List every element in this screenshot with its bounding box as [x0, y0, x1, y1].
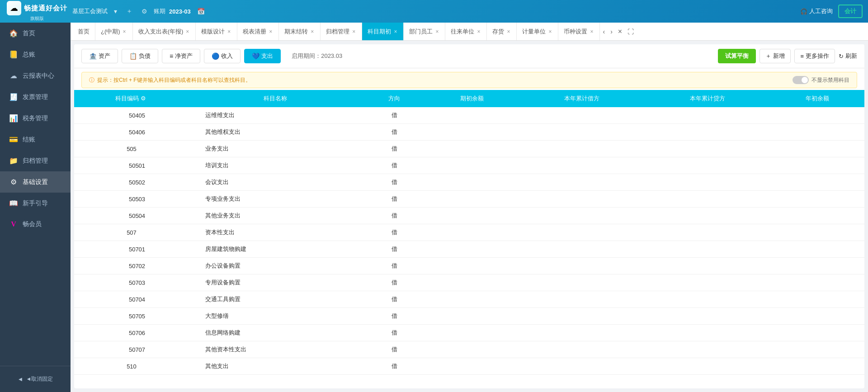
add-btn[interactable]: ＋ 新增: [760, 49, 791, 63]
cell-debit-ytd: [519, 107, 645, 124]
table-row[interactable]: 50704 交通工具购置 借: [74, 291, 864, 308]
sidebar-item-tax[interactable]: 📊 税务管理: [0, 108, 71, 129]
cell-debit-ytd: [519, 191, 645, 208]
filter-tab-asset[interactable]: 🏦 资产: [81, 49, 118, 63]
calc-balance-btn[interactable]: 试算平衡: [718, 49, 756, 63]
tab-nav-left-btn[interactable]: ‹: [600, 26, 608, 37]
cell-year-opening: [771, 124, 864, 141]
tab-close-subject-init[interactable]: ×: [393, 29, 398, 34]
filter-tab-income[interactable]: 🔵 收入: [204, 49, 241, 63]
tab-close-tax[interactable]: ×: [268, 29, 273, 34]
filter-tab-netasset[interactable]: ≡ 净资产: [162, 49, 200, 63]
tab-tax[interactable]: 税表清册 ×: [237, 23, 279, 41]
tab-income-annual[interactable]: 收入支出表(年报) ×: [133, 23, 196, 41]
cell-name: 交通工具购置: [187, 291, 363, 308]
logo-area: ☁ 畅捷通好会计 旗舰版: [5, 1, 69, 22]
sidebar-item-invoice[interactable]: 🧾 发票管理: [0, 86, 71, 108]
tab-fullscreen-btn[interactable]: ⛶: [625, 26, 637, 37]
cell-credit-ytd: [645, 124, 770, 141]
period-label: 账期: [154, 7, 165, 15]
kuaiji-btn[interactable]: 会计: [838, 5, 863, 18]
cell-debit-ytd: [519, 241, 645, 258]
tab-currency[interactable]: 币种设置 ×: [558, 23, 600, 41]
table-row[interactable]: 50406 其他维权支出 借: [74, 124, 864, 141]
tab-nav-right-btn[interactable]: ›: [608, 26, 615, 37]
company-dropdown-btn[interactable]: ▾: [111, 7, 120, 16]
cell-direction: 借: [363, 341, 425, 358]
tab-close-template[interactable]: ×: [226, 29, 231, 34]
table-row[interactable]: 510 其他支出 借: [74, 358, 864, 375]
table-row[interactable]: 50502 会议支出 借: [74, 174, 864, 191]
tab-home[interactable]: 首页: [72, 23, 95, 41]
sidebar-collapse-btn[interactable]: ◄ ◄取消固定: [0, 372, 71, 387]
tab-dept[interactable]: 部门员工 ×: [404, 23, 445, 41]
cell-direction: 借: [363, 241, 425, 258]
toggle-switch[interactable]: [793, 76, 809, 84]
sidebar-item-member[interactable]: V 畅会员: [0, 214, 71, 235]
sidebar-item-guide[interactable]: 📖 新手引导: [0, 193, 71, 214]
hint-bar: ⓘ 提示：按Ctrl + F键并输入科目编码或者科目名称可以查找科目。 不显示禁…: [81, 72, 857, 88]
tab-close-unit[interactable]: ×: [547, 29, 552, 34]
refresh-btn[interactable]: ↻ 刷新: [839, 52, 857, 60]
sidebar-item-home[interactable]: 🏠 首页: [0, 23, 71, 44]
tab-close-all-btn[interactable]: ×: [615, 26, 625, 38]
top-header: ☁ 畅捷通好会计 旗舰版 基层工会测试 ▾ ＋ ⚙ 账期 2023-03 📅 🎧…: [0, 0, 868, 23]
settings-sidebar-icon: ⚙: [9, 178, 18, 186]
support-btn[interactable]: 🎧 人工咨询: [800, 7, 833, 15]
tab-filing[interactable]: 归档管理 ×: [321, 23, 362, 41]
cell-opening: [425, 358, 519, 375]
cell-debit-ytd: [519, 157, 645, 174]
filter-tab-debt[interactable]: 📋 负债: [122, 49, 158, 63]
tab-period[interactable]: ¿(中期) ×: [95, 23, 133, 41]
table-row[interactable]: 50706 信息网络购建 借: [74, 325, 864, 341]
table-row[interactable]: 50703 专用设备购置 借: [74, 274, 864, 291]
sidebar-item-close[interactable]: 💳 结账: [0, 129, 71, 150]
table-row[interactable]: 50503 专项业务支出 借: [74, 191, 864, 208]
sidebar-item-settings[interactable]: ⚙ 基础设置: [0, 171, 71, 193]
cell-opening: [425, 308, 519, 325]
more-btn[interactable]: ≡ 更多操作: [794, 49, 835, 63]
cell-name: 大型修缮: [187, 308, 363, 325]
col-settings-icon[interactable]: ⚙: [141, 95, 146, 102]
tab-close-dept[interactable]: ×: [434, 29, 439, 34]
more-icon: ≡: [800, 53, 804, 60]
refresh-label: 刷新: [845, 52, 857, 60]
table-row[interactable]: 50701 房屋建筑物购建 借: [74, 241, 864, 258]
table-row[interactable]: 50705 大型修缮 借: [74, 308, 864, 325]
tab-period-end[interactable]: 期末结转 ×: [279, 23, 321, 41]
tab-close-partner[interactable]: ×: [476, 29, 481, 34]
sidebar-item-cloud[interactable]: ☁ 云报表中心: [0, 65, 71, 86]
tab-close-period[interactable]: ×: [122, 29, 127, 34]
sidebar-label-home: 首页: [23, 29, 35, 38]
sidebar-item-archive[interactable]: 📁 归档管理: [0, 150, 71, 171]
table-row[interactable]: 50702 办公设备购置 借: [74, 258, 864, 274]
table-row[interactable]: 50405 运维维支出 借: [74, 107, 864, 124]
sidebar-item-ledger[interactable]: 📒 总账: [0, 44, 71, 65]
cell-name: 其他业务支出: [187, 208, 363, 224]
tab-inventory[interactable]: 存货 ×: [487, 23, 517, 41]
cell-direction: 借: [363, 124, 425, 141]
table-row[interactable]: 505 业务支出 借: [74, 141, 864, 157]
table-row[interactable]: 50504 其他业务支出 借: [74, 208, 864, 224]
add-company-btn[interactable]: ＋: [123, 6, 135, 16]
table-row[interactable]: 50501 培训支出 借: [74, 157, 864, 174]
filter-tab-debt-label: 负债: [139, 52, 151, 60]
tab-subject-init[interactable]: 科目期初 ×: [362, 23, 404, 41]
tab-close-period-end[interactable]: ×: [310, 29, 315, 34]
cell-credit-ytd: [645, 291, 770, 308]
tab-close-income-annual[interactable]: ×: [185, 29, 190, 34]
tab-close-currency[interactable]: ×: [589, 29, 594, 34]
cell-code: 50502: [74, 174, 187, 191]
cell-credit-ytd: [645, 308, 770, 325]
tab-close-filing[interactable]: ×: [351, 29, 356, 34]
tab-template[interactable]: 模版设计 ×: [196, 23, 237, 41]
settings-btn[interactable]: ⚙: [139, 7, 150, 16]
tab-unit[interactable]: 计量单位 ×: [517, 23, 558, 41]
table-row[interactable]: 507 资本性支出 借: [74, 224, 864, 241]
filter-tab-expense[interactable]: 💙 支出: [244, 49, 281, 63]
calendar-icon[interactable]: 📅: [194, 7, 208, 16]
table-row[interactable]: 50707 其他资本性支出 借: [74, 341, 864, 358]
cell-code: 510: [74, 358, 187, 375]
tab-close-inventory[interactable]: ×: [506, 29, 511, 34]
tab-partner[interactable]: 往来单位 ×: [445, 23, 487, 41]
